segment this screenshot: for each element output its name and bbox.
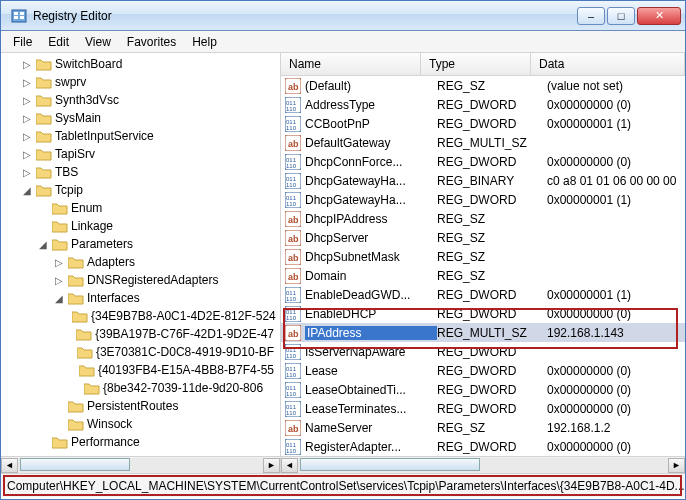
tree-item[interactable]: Linkage [1,217,280,235]
col-name[interactable]: Name [281,53,421,75]
col-type[interactable]: Type [421,53,531,75]
value-row[interactable]: EnableDeadGWD...REG_DWORD0x00000001 (1) [281,285,685,304]
folder-icon [52,201,68,215]
value-row[interactable]: DhcpConnForce...REG_DWORD0x00000000 (0) [281,152,685,171]
cell-data: (value not set) [547,79,685,93]
menu-edit[interactable]: Edit [40,33,77,51]
string-value-icon [285,78,301,94]
menu-favorites[interactable]: Favorites [119,33,184,51]
tree-item[interactable]: ▷TapiSrv [1,145,280,163]
cell-data: 0x00000001 (1) [547,117,685,131]
tree-item[interactable]: Enum [1,199,280,217]
value-row[interactable]: DhcpSubnetMaskREG_SZ [281,247,685,266]
value-row[interactable]: CCBootPnPREG_DWORD0x00000001 (1) [281,114,685,133]
value-row[interactable]: DomainREG_SZ [281,266,685,285]
folder-icon [52,237,68,251]
value-row[interactable]: AddressTypeREG_DWORD0x00000000 (0) [281,95,685,114]
value-row[interactable]: RegisterAdapter...REG_DWORD0x00000000 (0… [281,437,685,456]
tree-item[interactable]: {39BA197B-C76F-42D1-9D2E-47 [1,325,280,343]
expand-icon[interactable]: ▷ [21,95,33,106]
expand-icon[interactable]: ▷ [21,77,33,88]
value-row[interactable]: IsServerNapAwareREG_DWORD [281,342,685,361]
expand-icon[interactable]: ▷ [53,275,65,286]
value-row[interactable]: NameServerREG_SZ192.168.1.2 [281,418,685,437]
tree-item[interactable]: PersistentRoutes [1,397,280,415]
tree-hscroll[interactable]: ◄ ► [1,456,280,473]
expand-icon[interactable]: ▷ [21,131,33,142]
maximize-button[interactable]: □ [607,7,635,25]
tree-item[interactable]: ▷SwitchBoard [1,55,280,73]
tree-item[interactable]: ◢Interfaces [1,289,280,307]
value-row[interactable]: LeaseTerminates...REG_DWORD0x00000000 (0… [281,399,685,418]
cell-name: Lease [305,364,437,378]
col-data[interactable]: Data [531,53,685,75]
regedit-icon [11,8,27,24]
value-row[interactable]: DhcpIPAddressREG_SZ [281,209,685,228]
binary-value-icon [285,306,301,322]
cell-type: REG_DWORD [437,307,547,321]
cell-name: RegisterAdapter... [305,440,437,454]
binary-value-icon [285,116,301,132]
tree-item[interactable]: {40193FB4-E15A-4BB8-B7F4-55 [1,361,280,379]
value-row[interactable]: (Default)REG_SZ(value not set) [281,76,685,95]
tree-item[interactable]: Winsock [1,415,280,433]
minimize-button[interactable]: – [577,7,605,25]
tree-item[interactable]: ▷TBS [1,163,280,181]
binary-value-icon [285,439,301,455]
tree-item[interactable]: ▷SysMain [1,109,280,127]
value-row[interactable]: LeaseREG_DWORD0x00000000 (0) [281,361,685,380]
menu-view[interactable]: View [77,33,119,51]
scroll-right-icon[interactable]: ► [668,458,685,473]
cell-data: 0x00000000 (0) [547,364,685,378]
expand-icon[interactable]: ▷ [21,167,33,178]
tree-item[interactable]: {8be342-7039-11de-9d20-806 [1,379,280,397]
value-row[interactable]: DhcpGatewayHa...REG_BINARYc0 a8 01 01 06… [281,171,685,190]
tree-item[interactable]: ▷DNSRegisteredAdapters [1,271,280,289]
tree-item[interactable]: {34E9B7B8-A0C1-4D2E-812F-524 [1,307,280,325]
highlight-box-status [3,475,682,496]
collapse-icon[interactable]: ◢ [53,293,65,304]
tree-item[interactable]: ◢Parameters [1,235,280,253]
folder-icon [68,399,84,413]
cell-type: REG_SZ [437,269,547,283]
value-row[interactable]: DhcpServerREG_SZ [281,228,685,247]
cell-type: REG_DWORD [437,155,547,169]
expand-icon[interactable]: ▷ [21,113,33,124]
cell-data: 0x00000000 (0) [547,440,685,454]
tree-item-label: TapiSrv [55,147,95,161]
tree-item-label: TBS [55,165,78,179]
tree-item[interactable]: ◢Tcpip [1,181,280,199]
value-row[interactable]: DhcpGatewayHa...REG_DWORD0x00000001 (1) [281,190,685,209]
values-pane[interactable]: Name Type Data (Default)REG_SZ(value not… [281,53,685,473]
binary-value-icon [285,344,301,360]
close-button[interactable]: ✕ [637,7,681,25]
scroll-left-icon[interactable]: ◄ [1,458,18,473]
tree-item[interactable]: ▷TabletInputService [1,127,280,145]
tree-item[interactable]: Performance [1,433,280,451]
value-row[interactable]: LeaseObtainedTi...REG_DWORD0x00000000 (0… [281,380,685,399]
collapse-icon[interactable]: ◢ [37,239,49,250]
expand-icon[interactable]: ▷ [53,257,65,268]
cell-name: DefaultGateway [305,136,437,150]
cell-data: 0x00000000 (0) [547,155,685,169]
value-row[interactable]: IPAddressREG_MULTI_SZ192.168.1.143 [281,323,685,342]
collapse-icon[interactable]: ◢ [21,185,33,196]
tree-item[interactable]: {3E70381C-D0C8-4919-9D10-BF [1,343,280,361]
scroll-left-icon[interactable]: ◄ [281,458,298,473]
value-row[interactable]: DefaultGatewayREG_MULTI_SZ [281,133,685,152]
menu-file[interactable]: File [5,33,40,51]
expand-icon[interactable]: ▷ [21,149,33,160]
tree-item[interactable]: ▷Adapters [1,253,280,271]
value-row[interactable]: EnableDHCPREG_DWORD0x00000000 (0) [281,304,685,323]
cell-type: REG_SZ [437,212,547,226]
binary-value-icon [285,173,301,189]
tree-item[interactable]: ▷Synth3dVsc [1,91,280,109]
folder-icon [52,435,68,449]
menu-help[interactable]: Help [184,33,225,51]
tree-pane[interactable]: ▷SwitchBoard▷swprv▷Synth3dVsc▷SysMain▷Ta… [1,53,281,473]
expand-icon[interactable]: ▷ [21,59,33,70]
scroll-right-icon[interactable]: ► [263,458,280,473]
folder-icon [36,129,52,143]
list-hscroll[interactable]: ◄ ► [281,456,685,473]
tree-item[interactable]: ▷swprv [1,73,280,91]
